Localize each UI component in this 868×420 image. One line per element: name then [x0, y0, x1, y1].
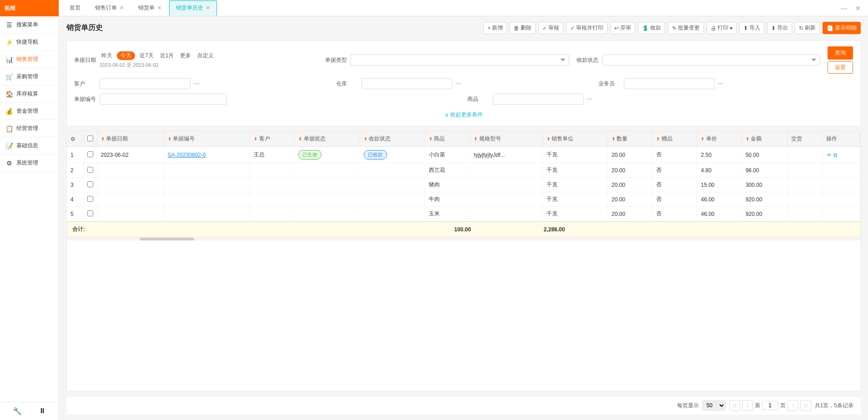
table-settings-icon[interactable]: ⚙: [70, 136, 75, 142]
row-checkbox[interactable]: [83, 163, 97, 178]
doc-type-select[interactable]: [351, 55, 569, 65]
shortcut-week[interactable]: 近7天: [138, 51, 156, 60]
new-button[interactable]: + 新增: [483, 22, 507, 34]
page-size-select[interactable]: 20 50 100 200: [702, 400, 726, 410]
row-checkbox[interactable]: [83, 192, 97, 207]
tab-sales-delivery-close[interactable]: ✕: [157, 5, 161, 11]
query-button[interactable]: 查询: [828, 46, 853, 60]
last-page-button[interactable]: ⟩⟩: [800, 400, 811, 411]
row-select-checkbox[interactable]: [87, 151, 93, 157]
customer-input[interactable]: [100, 78, 191, 89]
row-doc-no[interactable]: SA-20230602-0: [164, 147, 250, 163]
prev-page-button[interactable]: ⟨: [742, 400, 753, 411]
footer-icon-pause[interactable]: ⏸: [39, 407, 46, 415]
warehouse-ellipsis-btn[interactable]: ···: [455, 80, 461, 87]
row-checkbox[interactable]: [83, 207, 97, 221]
col-settings[interactable]: ⚙: [67, 131, 83, 147]
row-select-checkbox[interactable]: [87, 181, 93, 187]
col-doc-date[interactable]: ⬆ 单据日期: [97, 131, 164, 147]
warehouse-input[interactable]: [361, 78, 452, 89]
sidebar-item-system-mgmt[interactable]: ⚙ 系统管理: [0, 155, 59, 172]
col-goods[interactable]: ⬆ 商品: [425, 131, 470, 147]
shortcut-month[interactable]: 近1月: [158, 51, 176, 60]
goods-ellipsis-btn[interactable]: ···: [587, 95, 592, 103]
col-amount[interactable]: ⬆ 金额: [742, 131, 788, 147]
first-page-button[interactable]: ⟨⟨: [729, 400, 740, 411]
sidebar-item-inventory-calc[interactable]: 🏠 库存核算: [0, 85, 59, 103]
row-action[interactable]: [823, 207, 860, 221]
window-minimize-button[interactable]: —: [837, 3, 851, 14]
collapse-btn[interactable]: ∧ 收起更多条件: [74, 109, 853, 120]
doc-no-link[interactable]: SA-20230602-0: [168, 152, 206, 158]
col-customer[interactable]: ⬆ 客户: [250, 131, 295, 147]
purchase-mgmt-icon: 🛒: [5, 73, 13, 80]
scrollbar-thumb[interactable]: [140, 238, 194, 240]
set-button[interactable]: 设置: [828, 61, 853, 74]
collect-button[interactable]: 💲 收款: [638, 22, 665, 34]
row-action[interactable]: [823, 163, 860, 178]
shortcut-custom[interactable]: 自定义: [196, 51, 216, 60]
row-select-checkbox[interactable]: [87, 210, 93, 216]
tab-sales-history-close[interactable]: ✕: [206, 5, 210, 11]
row-select-checkbox[interactable]: [87, 167, 93, 173]
import-button[interactable]: ⬆ 导入: [739, 22, 764, 34]
row-doc-no[interactable]: [164, 192, 250, 207]
abandon-button[interactable]: ↩ 弃审: [610, 22, 635, 34]
col-quantity[interactable]: ⬆ 数量: [608, 131, 652, 147]
col-doc-no[interactable]: ⬆ 单据编号: [164, 131, 250, 147]
col-spec-type[interactable]: ⬆ 规格型号: [470, 131, 543, 147]
page-input[interactable]: [762, 401, 778, 410]
footer-icon-settings[interactable]: 🔧: [13, 407, 22, 415]
tab-sales-order-close[interactable]: ✕: [120, 5, 124, 11]
row-select-checkbox[interactable]: [87, 196, 93, 202]
sales-person-input[interactable]: [624, 78, 715, 89]
row-doc-no[interactable]: [164, 207, 250, 221]
row-doc-no[interactable]: [164, 178, 250, 192]
sales-person-ellipsis-btn[interactable]: ···: [717, 80, 723, 87]
export-button[interactable]: ⬇ 导出: [767, 22, 792, 34]
sidebar-item-sales-mgmt[interactable]: 📊 销售管理: [0, 51, 59, 68]
row-action[interactable]: [823, 178, 860, 192]
batch-change-button[interactable]: ✎ 批量变更: [668, 22, 704, 34]
sidebar-label-quick-nav: 快捷导航: [16, 38, 38, 46]
copy-action-button[interactable]: ⧉: [833, 152, 838, 158]
shortcut-more[interactable]: 更多: [178, 51, 193, 60]
sidebar-item-finance-mgmt[interactable]: 💰 资金管理: [0, 103, 59, 120]
delete-button[interactable]: 🗑 删除: [510, 22, 536, 34]
sidebar-item-operations-mgmt[interactable]: 📋 经营管理: [0, 120, 59, 137]
sidebar-item-purchase-mgmt[interactable]: 🛒 采购管理: [0, 68, 59, 85]
tab-home[interactable]: 首页: [63, 0, 87, 16]
sidebar-item-quick-nav[interactable]: ⚡ 快捷导航: [0, 34, 59, 51]
next-page-button[interactable]: ⟩: [788, 400, 798, 411]
shortcut-today[interactable]: 今天: [117, 51, 135, 60]
sidebar-item-basic-info[interactable]: 📝 基础信息: [0, 137, 59, 155]
show-detail-button[interactable]: 📄 显示明细: [823, 22, 861, 34]
col-gift[interactable]: ⬆ 赠品: [652, 131, 697, 147]
tab-sales-order[interactable]: 销售订单 ✕: [88, 0, 130, 16]
row-action[interactable]: ✏⧉: [823, 147, 860, 163]
horizontal-scrollbar[interactable]: [67, 237, 860, 240]
select-all-checkbox[interactable]: [87, 135, 93, 141]
col-unit-price[interactable]: ⬆ 单价: [697, 131, 742, 147]
tab-sales-delivery[interactable]: 销货单 ✕: [131, 0, 168, 16]
window-close-button[interactable]: ✕: [852, 3, 864, 14]
col-doc-status[interactable]: ⬆ 单据状态: [295, 131, 360, 147]
customer-ellipsis-btn[interactable]: ···: [193, 80, 199, 87]
print-button[interactable]: 🖨 打印 ▾: [707, 22, 737, 34]
row-checkbox[interactable]: [83, 147, 97, 163]
row-checkbox[interactable]: [83, 178, 97, 192]
row-action[interactable]: [823, 192, 860, 207]
row-doc-no[interactable]: [164, 163, 250, 178]
audit-print-button[interactable]: ✓ 审核并打印: [566, 22, 607, 34]
edit-action-button[interactable]: ✏: [826, 152, 833, 158]
sidebar-item-search-menu[interactable]: ☰ 搜索菜单: [0, 16, 59, 34]
audit-button[interactable]: ✓ 审核: [538, 22, 563, 34]
col-sales-unit[interactable]: ⬆ 销售单位: [542, 131, 607, 147]
goods-input[interactable]: [493, 94, 584, 105]
col-collect-status[interactable]: ⬆ 收款状态: [360, 131, 425, 147]
shortcut-yesterday[interactable]: 昨天: [100, 51, 114, 60]
collect-status-select[interactable]: [602, 55, 820, 65]
refresh-button[interactable]: ↻ 刷新: [795, 22, 820, 34]
tab-sales-history[interactable]: 销货单历史 ✕: [169, 0, 217, 16]
doc-no-input[interactable]: [100, 94, 227, 105]
